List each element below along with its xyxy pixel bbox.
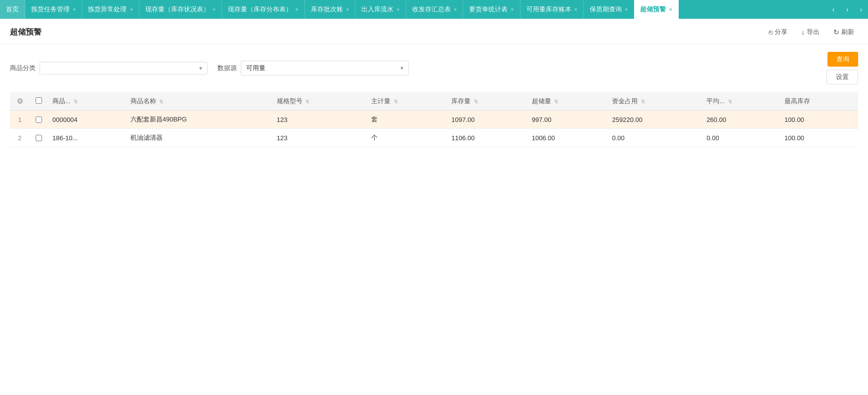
row-max-stock: 100.00 [780, 129, 858, 147]
row-avg: 0.00 [701, 129, 780, 147]
nav-label: 保质期查询 [590, 5, 622, 14]
col-header-capital: 资金占用 ⇅ [607, 92, 701, 111]
close-icon[interactable]: × [574, 6, 577, 12]
col-header-check [30, 92, 47, 111]
sort-icon[interactable]: ⇅ [641, 99, 645, 104]
share-button[interactable]: ⎋ 分享 [765, 26, 791, 39]
nav-label: 超储预警 [640, 5, 666, 14]
close-icon[interactable]: × [625, 6, 628, 12]
row-check-cell [30, 129, 47, 147]
nav-item-home-label: 首页 [6, 5, 19, 14]
chevron-down-icon: ▾ [199, 65, 202, 72]
row-avg: 260.00 [701, 111, 780, 129]
row-overstock: 997.00 [527, 111, 607, 129]
chevron-down-icon: ▾ [400, 65, 403, 72]
row-checkbox[interactable] [36, 117, 42, 123]
col-header-avg: 平均... ⇅ [701, 92, 780, 111]
gear-icon[interactable]: ⚙ [17, 97, 23, 105]
sort-icon[interactable]: ⇅ [394, 99, 398, 104]
table-row: 1 0000004 六配套新昌490BPG 123 套 1097.00 997.… [10, 111, 858, 129]
table-header-row: ⚙ 商品... ⇅ 商品名称 ⇅ 规格型号 ⇅ [10, 92, 858, 111]
sort-icon[interactable]: ⇅ [554, 99, 558, 104]
close-icon[interactable]: × [213, 6, 216, 12]
row-index: 1 [10, 111, 30, 129]
nav-item-inventory-dist[interactable]: 现存量（库存分布表） × [222, 0, 304, 19]
nav-item-recv-summary[interactable]: 收发存汇总表 × [406, 0, 463, 19]
settings-button[interactable]: 设置 [826, 70, 858, 84]
nav-label: 收发存汇总表 [412, 5, 451, 14]
datasource-select-value: 可用量 [246, 64, 265, 73]
col-label: 库存量 [451, 97, 471, 105]
col-label: 商品... [52, 97, 71, 105]
nav-prev-button[interactable]: ‹ [826, 0, 840, 19]
row-unit: 个 [366, 129, 446, 147]
sort-icon[interactable]: ⇅ [728, 99, 732, 104]
nav-label: 可用量库存账本 [526, 5, 571, 14]
close-icon[interactable]: × [669, 6, 672, 12]
select-all-checkbox[interactable] [36, 97, 42, 104]
col-header-stock: 库存量 ⇅ [446, 92, 526, 111]
category-select[interactable]: ▾ [40, 62, 208, 75]
row-stock: 1106.00 [446, 129, 526, 147]
close-icon[interactable]: × [130, 6, 132, 12]
col-label: 主计量 [371, 97, 391, 105]
refresh-icon: ↻ [833, 28, 839, 36]
row-product-code: 0000004 [47, 111, 126, 129]
close-icon[interactable]: × [396, 6, 399, 12]
row-overstock: 1006.00 [527, 129, 607, 147]
nav-next-button[interactable]: › [840, 0, 854, 19]
nav-label: 现存量（库存状况表） [145, 5, 210, 14]
close-icon[interactable]: × [454, 6, 457, 12]
datasource-label: 数据源 [217, 64, 237, 73]
close-icon[interactable]: × [295, 6, 298, 12]
nav-label: 拣货异常处理 [88, 5, 127, 14]
nav-more-button[interactable]: › [854, 0, 868, 19]
row-capital: 0.00 [607, 129, 701, 147]
close-icon[interactable]: × [511, 6, 514, 12]
row-product-name: 机油滤清器 [126, 129, 272, 147]
page-container: 超储预警 ⎋ 分享 ↓ 导出 ↻ 刷新 商品分类 ▾ 数据源 [0, 19, 868, 395]
datasource-select[interactable]: 可用量 ▾ [241, 61, 409, 76]
sort-icon[interactable]: ⇅ [74, 99, 78, 104]
filter-category-group: 商品分类 ▾ [10, 62, 208, 75]
row-spec: 123 [272, 129, 366, 147]
row-checkbox[interactable] [36, 135, 42, 141]
nav-item-order-stats[interactable]: 要货单统计表 × [463, 0, 520, 19]
export-icon: ↓ [801, 28, 805, 36]
table-container: ⚙ 商品... ⇅ 商品名称 ⇅ 规格型号 ⇅ [0, 92, 868, 147]
header-actions: ⎋ 分享 ↓ 导出 ↻ 刷新 [765, 26, 858, 39]
row-unit: 套 [366, 111, 446, 129]
row-check-cell [30, 111, 47, 129]
nav-label: 拣货任务管理 [31, 5, 70, 14]
refresh-label: 刷新 [841, 28, 854, 37]
nav-item-overstock-warning[interactable]: 超储预警 × [634, 0, 678, 19]
nav-item-pick-task[interactable]: 拣货任务管理 × [25, 0, 82, 19]
nav-item-expiry-query[interactable]: 保质期查询 × [584, 0, 634, 19]
refresh-button[interactable]: ↻ 刷新 [829, 26, 858, 39]
col-header-unit: 主计量 ⇅ [366, 92, 446, 111]
nav-item-inout-flow[interactable]: 出入库流水 × [355, 0, 406, 19]
col-header-max-stock: 最高库存 [780, 92, 858, 111]
nav-item-home[interactable]: 首页 [0, 0, 25, 19]
nav-label: 出入库流水 [361, 5, 393, 14]
nav-item-available-account[interactable]: 可用量库存账本 × [521, 0, 584, 19]
close-icon[interactable]: × [73, 6, 76, 12]
row-max-stock: 100.00 [780, 111, 858, 129]
sort-icon[interactable]: ⇅ [305, 99, 309, 104]
nav-arrows: ‹ › › [826, 0, 868, 19]
nav-bar: 首页 拣货任务管理 × 拣货异常处理 × 现存量（库存状况表） × 现存量（库存… [0, 0, 868, 19]
col-header-spec: 规格型号 ⇅ [272, 92, 366, 111]
nav-item-inventory-status[interactable]: 现存量（库存状况表） × [139, 0, 222, 19]
nav-label: 现存量（库存分布表） [228, 5, 292, 14]
filter-datasource-group: 数据源 可用量 ▾ [217, 61, 409, 76]
data-table: ⚙ 商品... ⇅ 商品名称 ⇅ 规格型号 ⇅ [10, 92, 858, 147]
nav-item-pick-abnormal[interactable]: 拣货异常处理 × [82, 0, 139, 19]
table-row: 2 186-10... 机油滤清器 123 个 1106.00 1006.00 … [10, 129, 858, 147]
nav-label: 库存批次账 [311, 5, 343, 14]
sort-icon[interactable]: ⇅ [159, 99, 163, 104]
close-icon[interactable]: × [346, 6, 349, 12]
query-button[interactable]: 查询 [827, 52, 858, 67]
nav-item-batch-account[interactable]: 库存批次账 × [305, 0, 355, 19]
sort-icon[interactable]: ⇅ [474, 99, 478, 104]
export-button[interactable]: ↓ 导出 [797, 26, 824, 39]
